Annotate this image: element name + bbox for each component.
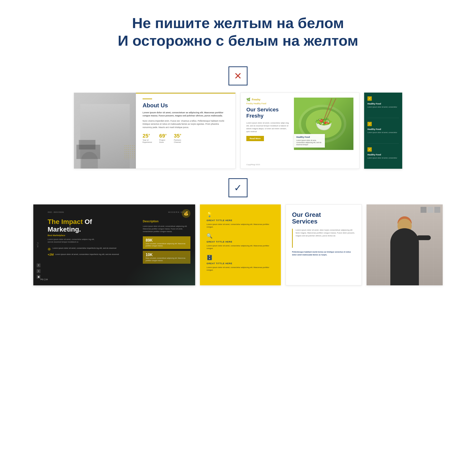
slide-marketing: P | 24 f t ▣ 2022 - 2023 DSGN MODERN DSG…	[33, 204, 195, 285]
feature-2m-label: +2M	[48, 253, 54, 256]
x-icon-container: ✕	[0, 67, 476, 85]
person-image	[367, 204, 443, 285]
slide-photo	[367, 204, 443, 285]
social-icons: f t ▣	[37, 263, 40, 279]
dark-service-desc-2: Lorem ipsum dolor sit amet, consectetur	[368, 131, 399, 134]
yellow-service-icon-2: 🔍	[206, 233, 274, 239]
stat-exp-label: Year ofExperience	[143, 139, 152, 143]
marketing-year: 2022 - 2023 DSGN	[48, 211, 64, 213]
stat-10k-value: 10K	[146, 253, 187, 257]
dark-service-1: ✓ Healthy Food Lorem ipsum dolor sit ame…	[368, 96, 399, 114]
person-body	[390, 228, 419, 285]
stat-experience: 25+ Year ofExperience	[143, 133, 152, 143]
check-icon-container: ✓	[0, 178, 476, 197]
feature-1-text: Lorem ipsum dolor sit amet, consectetur …	[52, 247, 116, 249]
yellow-service-desc-3: Lorem ipsum dolor sit amet, consectetur …	[206, 266, 274, 271]
great-yellow-line	[292, 229, 293, 248]
stat-bar-89k: 89K Dolor sit amet, consectetuer adipisc…	[143, 236, 190, 249]
yellow-service-desc-2: Lorem ipsum dolor sit amet, consectetur …	[206, 244, 274, 250]
about-stats: 25+ Year ofExperience 69+ ProjectDone 35…	[143, 133, 229, 143]
freshy-content: 🌿 Freshy Freshy Healthy Food Our Service…	[246, 98, 294, 150]
great-desc-1: Lorem ipsum dolor sit amet, dolor turpis…	[296, 229, 355, 237]
freshy-main-title: Our Services Freshy	[246, 107, 291, 119]
freshy-leaf-icon: 🌿	[246, 98, 250, 102]
dark-service-desc-3: Lorem ipsum dolor sit amet, consectetur	[368, 157, 399, 159]
freshy-image-area: Healthy Food Lorem Ipsum dolor sit ame, …	[294, 98, 354, 150]
marketing-highlight: The Impact	[48, 218, 83, 225]
stat-part-num: 35+	[174, 133, 182, 139]
about-title: About Us	[143, 102, 229, 109]
freshy-subtitle: Freshy Healthy Food	[246, 102, 291, 105]
yellow-service-2: 🔍 GREAT TITTLE HERE Lorem ipsum dolor si…	[206, 233, 274, 250]
yellow-service-icon-1: 💡	[206, 212, 274, 217]
dark-service-title-2: Healthy Food	[368, 128, 399, 130]
freshy-brand-name: Freshy	[252, 98, 260, 101]
great-desc-bold: Pellentesque habitant morbi lectus ae tr…	[292, 251, 355, 256]
coin-icon: 💰	[182, 209, 190, 218]
slides-row-1: About Us Lorem ipsum dolor sit amet, con…	[0, 90, 476, 171]
header: Не пишите желтым на белом И осторожно с …	[0, 0, 476, 59]
dark-service-title-3: Healthy Food	[368, 153, 399, 156]
stat-proj-label: ProjectDone	[159, 139, 167, 143]
freshy-desc: Lorem ipsum dolor sit amet, consectetur …	[246, 122, 289, 133]
marketing-icon-area: 💰	[143, 209, 190, 218]
slide-dark-services: ✓ Healthy Food Lorem ipsum dolor sit ame…	[364, 93, 402, 169]
dark-service-desc-1: Lorem ipsum dolor sit amet, consectetur	[368, 106, 399, 108]
freshy-copyright: CopyRihgt 2023	[246, 164, 260, 166]
x-icon-box: ✕	[228, 67, 248, 85]
header-line2: И осторожно с белым на желтом	[118, 32, 358, 49]
layers-icon: ⊕	[48, 247, 51, 251]
stat-bar-10k: 10K Dolor sit amet, consectetuer adipisc…	[143, 251, 190, 264]
yellow-service-desc-1: Lorem ipsum dolor sit amet, consectetur …	[206, 223, 274, 228]
slide-yellow-services: 💡 GREAT TITTLE HERE Lorem ipsum dolor si…	[200, 204, 281, 285]
dark-service-2: ✓ Healthy Food Lorem ipsum dolor sit ame…	[368, 122, 399, 139]
dots-decoration	[124, 145, 136, 159]
yellow-service-icon-3: 🗄️	[206, 255, 274, 260]
freshy-brand: 🌿 Freshy	[246, 98, 291, 102]
yellow-service-3: 🗄️ GREAT TITTLE HERE Lorem ipsum dolor s…	[206, 255, 274, 271]
great-services-content: Lorem ipsum dolor sit amet, dolor turpis…	[292, 229, 355, 248]
read-more-button[interactable]: Read More	[246, 136, 264, 141]
dark-service-title-1: Healthy Food	[368, 102, 399, 105]
yellow-service-title-2: GREAT TITTLE HERE	[206, 241, 274, 243]
page-indicator: P | 24	[37, 242, 39, 247]
pg-label: PG | 24	[40, 278, 48, 281]
service-check-2: ✓	[368, 122, 372, 126]
healthy-food-card: Healthy Food Lorem Ipsum dolor sit ame, …	[294, 134, 325, 148]
twitter-icon: t	[37, 269, 40, 273]
instagram-icon: ▣	[37, 275, 40, 279]
service-check-3: ✓	[368, 147, 372, 152]
healthy-card-title: Healthy Food	[296, 136, 323, 138]
healthy-card-desc: Lorem Ipsum dolor sit ame, consectetur a…	[296, 139, 323, 146]
service-check-1: ✓	[368, 96, 372, 101]
feature-2-text: Lorem ipsum dolor sit amet, consectetur …	[55, 253, 119, 255]
stat-exp-num: 25+	[143, 133, 152, 139]
slides-row-2: P | 24 f t ▣ 2022 - 2023 DSGN MODERN DSG…	[0, 202, 476, 288]
about-top-bar	[136, 93, 235, 94]
person-arm	[416, 235, 431, 240]
about-para2: Nunc viverra imperdiet enim. Fusce est. …	[143, 119, 229, 129]
slide-about: About Us Lorem ipsum dolor sit amet, con…	[74, 93, 236, 169]
slide-freshy: 🌿 Freshy Freshy Healthy Food Our Service…	[240, 93, 359, 169]
slide-great-services: Our Great Services Lorem ipsum dolor sit…	[286, 204, 362, 285]
divider-1	[368, 118, 399, 118]
about-content: About Us Lorem ipsum dolor sit amet, con…	[136, 93, 235, 169]
stat-89k-text: Dolor sit amet, consectetuer adipiscing …	[146, 242, 187, 247]
yellow-service-title-1: GREAT TITTLE HERE	[206, 219, 274, 221]
person-figure-wrap	[390, 228, 419, 285]
yellow-service-title-3: GREAT TITTLE HERE	[206, 262, 274, 265]
header-title: Не пишите желтым на белом И осторожно с …	[5, 14, 471, 50]
about-yellow-line	[143, 99, 152, 99]
description-title: Description	[143, 220, 190, 223]
about-image-area	[74, 93, 136, 169]
marketing-right-content: 💰 Description Lorem ipsum dolor sit amet…	[143, 209, 190, 266]
stat-proj-num: 69+	[159, 133, 167, 139]
stat-89k-value: 89K	[146, 238, 187, 242]
stat-partners: 35+ PartnersChannel	[174, 133, 182, 143]
yellow-service-1: 💡 GREAT TITTLE HERE Lorem ipsum dolor si…	[206, 212, 274, 228]
great-services-title: Our Great Services	[292, 211, 355, 225]
check-symbol: ✓	[234, 182, 242, 193]
facebook-icon: f	[37, 263, 40, 267]
stat-project: 69+ ProjectDone	[159, 133, 167, 143]
marketing-body: Lorem ipsum dolor sit amet, consectetur …	[48, 238, 95, 243]
